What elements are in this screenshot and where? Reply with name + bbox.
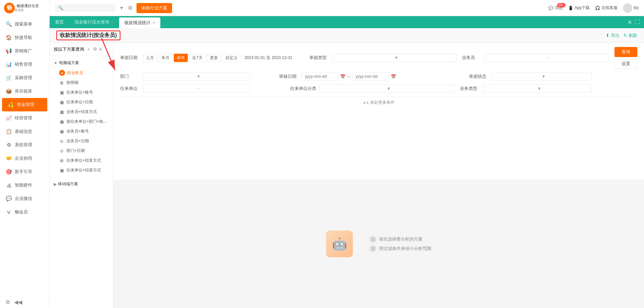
sidebar-item-hardware[interactable]: 🖨 智能硬件 <box>0 178 49 192</box>
sidebar-item-system[interactable]: ⚙ 系统管理 <box>0 138 49 152</box>
doc-type-select[interactable]: ▼ <box>332 54 457 62</box>
sidebar-item-label: 智能硬件 <box>15 182 32 188</box>
scheme-add-icon[interactable]: ＋ <box>86 46 91 52</box>
collapse-sidebar-icon[interactable]: ◀◀ <box>14 299 22 305</box>
sidebar-item-label: 采购管理 <box>15 75 32 81</box>
filter-doc-status-item: 单据状态 ▼ <box>469 72 592 81</box>
sidebar-item-quick-nav[interactable]: 🏠 快捷导航 <box>0 31 49 44</box>
filter-row-2: 部门 ▼ 审核日期 📅 — 📅 <box>120 72 637 81</box>
scheme-section-desktop-title[interactable]: ▼ 电脑端方案 <box>50 58 113 68</box>
dept-select[interactable]: ▼ <box>143 72 250 81</box>
sidebar-item-marketing[interactable]: 📢 营销推广 <box>0 44 49 58</box>
calendar-icon-from[interactable]: 📅 <box>340 74 345 79</box>
dropdown-icon[interactable]: ▼ <box>119 5 124 10</box>
tab-collection-stats-close[interactable]: × <box>153 20 155 25</box>
scheme-section-mobile-title[interactable]: ▶ 移动端方案 <box>50 179 113 189</box>
filter-doc-type-item: 单据类型 ▼ <box>309 54 457 62</box>
scheme-item-partner-settle1[interactable]: ⊞ 往来单位+结算方式 <box>50 156 113 165</box>
sidebar-item-search[interactable]: 🔍 搜索菜单 <box>0 17 49 31</box>
sidebar-item-sales[interactable]: 📊 销售管理 <box>0 58 49 71</box>
salesperson-select[interactable]: ··· <box>485 54 609 62</box>
scheme-settings-icon[interactable]: ⚙ <box>93 46 97 52</box>
refresh-button[interactable]: ↻ 刷新 <box>624 33 637 39</box>
tab-bank-flow-close[interactable]: × <box>111 20 114 24</box>
tabbar: 首页 现金银行流水查询 × 收款情况统计 × ✕ ⛶ <box>50 16 644 28</box>
scheme-item-salesperson-account[interactable]: ▦ 业务员+账号 <box>50 126 113 136</box>
online-service-label: 在线客服 <box>601 5 618 11</box>
chevron-down-icon: ▼ <box>394 55 453 60</box>
review-date-from-input[interactable] <box>302 72 339 81</box>
more-options-icon[interactable]: ··· <box>546 55 606 60</box>
right-panel: 单据日期 上月 本月 本年 近7天 更多 自定义 2023-01-01 至 <box>113 43 644 308</box>
settings-button[interactable]: 设置 <box>614 59 637 68</box>
biz-type-chevron-icon: ▼ <box>537 86 589 91</box>
sidebar-item-purchase[interactable]: 🛒 采购管理 <box>0 71 49 85</box>
table-icon3: ▦ <box>59 119 64 124</box>
review-date-label: 审核日期 <box>279 73 299 80</box>
marketing-icon: 📢 <box>5 48 12 54</box>
review-date-to-input[interactable] <box>353 72 389 81</box>
sidebar-item-basic[interactable]: 📋 基础信息 <box>0 125 49 138</box>
online-service-item[interactable]: 🎧 在线客服 <box>595 5 618 11</box>
scheme-item-dept-date[interactable]: ⊙ 部门+日期 <box>50 146 113 156</box>
date-btn-this-month[interactable]: 本月 <box>158 54 172 62</box>
sidebar-item-inventory[interactable]: 📦 库存核算 <box>0 85 49 98</box>
scheme-item-partner-account[interactable]: ▦ 往来单位+账号 <box>50 88 113 97</box>
logo-badge: 标准版 <box>15 8 39 12</box>
app-download-item[interactable]: 📱 App下载 <box>568 5 590 11</box>
sidebar-item-wechat[interactable]: 💬 企业微信 <box>0 192 49 205</box>
scheme-item-salesperson-settle[interactable]: ▦ 业务员+结算方式 <box>50 107 113 117</box>
trial-button[interactable]: 体验行业方案 <box>137 3 172 13</box>
messages-item[interactable]: 💬 消息 99+ <box>548 5 563 11</box>
date-btn-more[interactable]: 更多 <box>207 54 221 62</box>
search-box[interactable]: 🔍 <box>55 4 115 12</box>
desktop-section-label: 电脑端方案 <box>59 60 79 66</box>
sidebar-item-enterprise[interactable]: 🤝 企业协同 <box>0 152 49 165</box>
export-button[interactable]: ⬆ 导出 <box>606 33 620 39</box>
logo-name: 畅捷通好生意 <box>17 3 39 8</box>
table-icon2: ▦ <box>59 100 64 105</box>
sidebar-item-label: 快捷导航 <box>15 35 32 41</box>
scheme-item-by-salesperson[interactable]: ● 按业务员 <box>50 68 113 78</box>
empty-hint-2: 2 用过滤条件来缩小分析范围 <box>370 245 431 252</box>
date-btn-custom[interactable]: 自定义 <box>222 54 240 62</box>
sales-icon: 📊 <box>5 61 12 68</box>
partner-select[interactable]: ··· <box>143 85 250 93</box>
calendar-icon-to[interactable]: 📅 <box>391 74 396 79</box>
scheme-panel: 按以下方案查询 ＋ ⚙ « ▼ 电脑端方案 ● 按业务员 ⊞ <box>50 43 113 308</box>
filter-row-3: 往来单位 ··· 往来单位分类 ▼ 业务类型 <box>120 85 637 93</box>
search-icon: 🔍 <box>58 6 63 10</box>
partner-more-icon[interactable]: ··· <box>195 86 247 91</box>
expand-arrow-icon2: ▶ <box>54 182 57 187</box>
user-item[interactable]: Rit <box>623 3 639 13</box>
scheme-item-partner-dept[interactable]: ▦ 按往来单位+部门+收... <box>50 117 113 126</box>
sidebar-item-member[interactable]: V 畅会员 <box>0 205 49 219</box>
sidebar-item-label: 资金管理 <box>17 102 34 108</box>
date-btn-last-month[interactable]: 上月 <box>143 54 157 62</box>
tab-collection-stats[interactable]: 收款情况统计 × <box>119 17 160 28</box>
collapse-filter-button[interactable]: ∧∧ 收起更多条件 <box>120 97 637 108</box>
tab-bank-flow[interactable]: 现金银行流水查询 × <box>69 16 119 28</box>
user-label: Rit <box>634 6 639 10</box>
empty-illustration: 🤖 1 请先选择要分析的方案 2 用过滤条件来缩小分析范围 <box>326 230 431 257</box>
date-btn-this-year[interactable]: 本年 <box>174 54 188 62</box>
date-btn-last-7-days[interactable]: 近7天 <box>189 54 206 62</box>
settings-icon[interactable]: ⚙ <box>128 5 132 11</box>
query-button[interactable]: 查询 <box>614 47 637 57</box>
tabbar-close-icon[interactable]: ✕ <box>628 19 632 25</box>
scheme-item-by-detail[interactable]: ⊞ 按明细 <box>50 78 113 88</box>
sidebar-item-guide[interactable]: 🎯 新手引导 <box>0 165 49 178</box>
business-type-select[interactable]: ▼ <box>483 85 592 93</box>
partner-category-select[interactable]: ▼ <box>319 85 455 93</box>
tabbar-expand-icon[interactable]: ⛶ <box>635 19 640 25</box>
scheme-item-partner-date[interactable]: ▦ 往来单位+日期 <box>50 97 113 107</box>
filter-salesperson-item: 业务员 ··· <box>462 54 609 62</box>
doc-status-select[interactable]: ▼ <box>492 72 592 81</box>
scheme-item-partner-settle2[interactable]: ▦ 往来单位+结算方式 <box>50 165 113 175</box>
tab-home[interactable]: 首页 <box>50 16 69 28</box>
sidebar-item-business[interactable]: 📈 经营管理 <box>0 111 49 125</box>
settings-bottom-icon[interactable]: ⚙ <box>5 299 10 305</box>
scheme-collapse-icon[interactable]: « <box>99 46 102 52</box>
scheme-item-salesperson-date[interactable]: ⊙ 业务员+日期 <box>50 136 113 146</box>
sidebar-item-finance[interactable]: 💰 资金管理 <box>2 98 47 111</box>
